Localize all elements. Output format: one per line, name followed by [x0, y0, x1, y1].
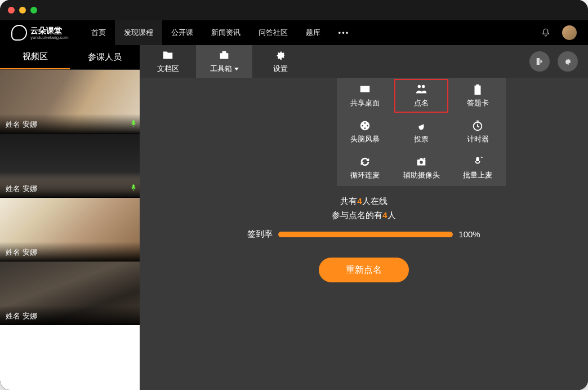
titlebar: [0, 0, 588, 20]
svg-point-4: [364, 127, 366, 129]
toolbox-dropdown: 共享桌面 点名 答题卡 头脑风暴 投票: [337, 78, 506, 186]
tool-vote[interactable]: 投票: [393, 114, 449, 150]
tool-roll-call[interactable]: 点名: [393, 78, 449, 114]
hand-icon: [415, 119, 427, 132]
svg-point-1: [364, 122, 366, 124]
mic-up-icon: [471, 156, 484, 168]
svg-point-3: [367, 125, 368, 127]
folder-icon: [162, 49, 174, 61]
video-tile-empty: [0, 325, 140, 390]
sidebar-tabs: 视频区 参课人员: [0, 45, 140, 70]
people-icon: [415, 83, 427, 96]
tab-participants[interactable]: 参课人员: [70, 45, 140, 69]
user-avatar[interactable]: [562, 25, 577, 40]
main-toolbar: 文档区 工具箱 设置: [140, 45, 588, 78]
settings-gear-button[interactable]: [558, 51, 578, 72]
tool-share-desktop[interactable]: 共享桌面: [337, 78, 393, 114]
signin-rate-row: 签到率 100%: [247, 229, 480, 240]
toolbar-docs[interactable]: 文档区: [140, 45, 196, 78]
exit-button[interactable]: [529, 51, 550, 72]
svg-point-7: [424, 158, 426, 160]
close-window-button[interactable]: [8, 7, 15, 14]
exit-icon: [534, 56, 545, 67]
nav-public-class[interactable]: 公开课: [162, 20, 202, 45]
content: 视频区 参课人员 姓名 安娜 姓名 安娜 姓名 安娜: [0, 45, 588, 390]
video-list: 姓名 安娜 姓名 安娜 姓名 安娜 姓名 安娜: [0, 70, 140, 390]
participant-label: 姓名 安娜: [0, 305, 140, 325]
mic-active-icon: [130, 119, 137, 127]
nav-more[interactable]: •••: [329, 29, 359, 37]
toolbar-toolbox[interactable]: 工具箱: [196, 45, 252, 78]
mic-active-icon: [130, 184, 137, 192]
tool-brainstorm[interactable]: 头脑风暴: [337, 114, 393, 150]
svg-point-6: [420, 161, 423, 164]
video-tile[interactable]: 姓名 安娜: [0, 70, 140, 134]
refresh-icon: [359, 156, 371, 168]
tool-timer[interactable]: 计时器: [449, 114, 506, 150]
sidebar: 视频区 参课人员 姓名 安娜 姓名 安娜 姓名 安娜: [0, 45, 140, 390]
participant-label: 姓名 安娜: [0, 178, 140, 197]
logo-subtext: yunduoketang.com: [30, 35, 69, 40]
app-window: 云朵课堂 yunduoketang.com 首页 发现课程 公开课 新闻资讯 问…: [0, 0, 588, 390]
nav-question-bank[interactable]: 题库: [297, 20, 329, 45]
nav-home[interactable]: 首页: [82, 20, 115, 45]
tool-aux-camera[interactable]: 辅助摄像头: [393, 150, 449, 186]
clipboard-icon: [471, 83, 484, 96]
logo-icon: [11, 25, 27, 41]
notifications-button[interactable]: [538, 25, 553, 40]
traffic-lights: [8, 7, 37, 14]
clock-icon: [471, 119, 484, 132]
tool-batch-mic[interactable]: 批量上麦: [449, 150, 506, 186]
nav-discover[interactable]: 发现课程: [115, 20, 162, 45]
camera-plus-icon: [415, 156, 427, 168]
redo-rollcall-button[interactable]: 重新点名: [319, 258, 409, 282]
screen-share-icon: [359, 83, 371, 96]
nav-news[interactable]: 新闻资讯: [202, 20, 250, 45]
participant-label: 姓名 安娜: [0, 242, 140, 261]
gear-icon: [274, 49, 287, 61]
signin-rate-value: 100%: [458, 229, 480, 239]
video-tile[interactable]: 姓名 安娜: [0, 134, 140, 197]
signin-progress-bar: [278, 232, 453, 237]
signin-rate-label: 签到率: [247, 229, 273, 240]
gear-icon: [563, 56, 573, 67]
maximize-window-button[interactable]: [30, 7, 37, 14]
bell-icon: [541, 28, 551, 38]
toolbox-icon: [218, 49, 230, 61]
tool-cycle-mic[interactable]: 循环连麦: [337, 150, 393, 186]
signin-progress-fill: [278, 232, 453, 237]
video-tile[interactable]: 姓名 安娜: [0, 198, 140, 262]
tool-answer-card[interactable]: 答题卡: [449, 78, 506, 114]
participant-label: 姓名 安娜: [0, 114, 140, 133]
chevron-down-icon: [234, 68, 239, 70]
logo[interactable]: 云朵课堂 yunduoketang.com: [11, 25, 69, 41]
toolbar-settings[interactable]: 设置: [252, 45, 309, 78]
tab-video-area[interactable]: 视频区: [0, 45, 70, 69]
online-count-line: 共有4人在线: [340, 196, 387, 207]
video-tile[interactable]: 姓名 安娜: [0, 262, 140, 325]
minimize-window-button[interactable]: [19, 7, 26, 14]
rollcall-count-line: 参与点名的有4人: [332, 210, 395, 221]
main-area: 文档区 工具箱 设置: [140, 45, 588, 390]
svg-point-2: [362, 125, 363, 127]
top-nav: 云朵课堂 yunduoketang.com 首页 发现课程 公开课 新闻资讯 问…: [0, 20, 588, 45]
film-reel-icon: [359, 119, 371, 132]
nav-qa[interactable]: 问答社区: [250, 20, 297, 45]
